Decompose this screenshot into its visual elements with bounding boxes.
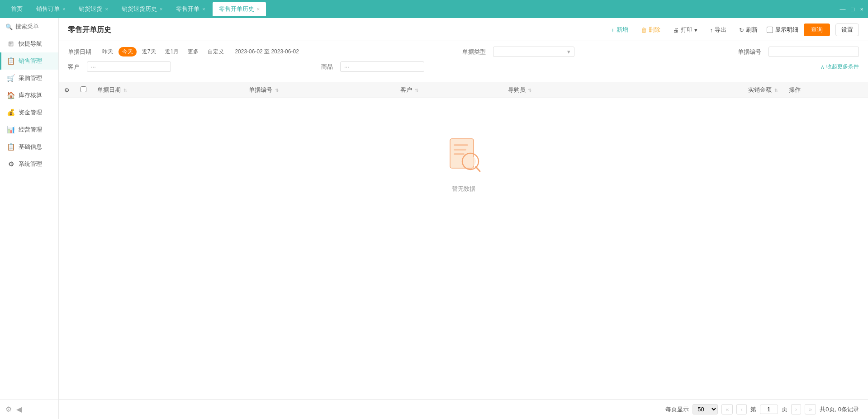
sidebar-search-label: 搜索采单 bbox=[15, 23, 39, 31]
sidebar-collapse-btn[interactable]: ◀ bbox=[16, 405, 22, 414]
sidebar-item-sys-mgmt[interactable]: ⚙ 系统管理 bbox=[0, 155, 58, 173]
tab-sales-return-label: 销货退货 bbox=[79, 5, 102, 13]
date-btn-more[interactable]: 更多 bbox=[184, 47, 202, 56]
sidebar-item-basic-info[interactable]: 📋 基础信息 bbox=[0, 138, 58, 155]
table-area: ⚙ 单据日期 ⇅ 单据编号 ⇅ 客户 bbox=[59, 82, 868, 399]
sidebar-bottom: ⚙ ◀ bbox=[0, 399, 58, 419]
tab-home[interactable]: 首页 bbox=[5, 2, 29, 16]
sidebar-item-purchase-mgmt[interactable]: 🛒 采购管理 bbox=[0, 70, 58, 87]
print-chevron-icon: ▾ bbox=[694, 27, 697, 33]
basic-info-icon: 📋 bbox=[7, 143, 15, 151]
tab-sales-order[interactable]: 销售订单 × bbox=[30, 2, 71, 16]
sidebar-item-inventory[interactable]: 🏠 库存核算 bbox=[0, 87, 58, 104]
next-page-btn[interactable]: › bbox=[791, 404, 801, 414]
customer-input[interactable] bbox=[87, 61, 171, 72]
col-guide-label: 导购员 bbox=[508, 86, 526, 93]
svg-rect-3 bbox=[454, 153, 465, 155]
goods-input[interactable] bbox=[340, 61, 424, 72]
date-btn-yesterday[interactable]: 昨天 bbox=[99, 47, 117, 56]
tab-sales-return-history[interactable]: 销货退货历史 × bbox=[115, 2, 169, 16]
sidebar-item-operation-label: 经营管理 bbox=[19, 126, 42, 134]
delete-button[interactable]: 🗑 删除 bbox=[637, 24, 664, 36]
sidebar-item-inventory-label: 库存核算 bbox=[19, 91, 42, 99]
sidebar-item-sales-mgmt[interactable]: 📋 销售管理 bbox=[0, 52, 58, 70]
doc-type-label: 单据类型 bbox=[462, 48, 486, 56]
date-btn-last1m[interactable]: 近1月 bbox=[161, 47, 183, 56]
date-btn-today[interactable]: 今天 bbox=[119, 47, 137, 56]
sidebar-item-quick-nav-label: 快捷导航 bbox=[19, 40, 42, 48]
col-check[interactable] bbox=[75, 82, 92, 98]
date-label: 单据日期 bbox=[68, 48, 91, 56]
col-date[interactable]: 单据日期 ⇅ bbox=[92, 82, 243, 98]
export-button[interactable]: ↑ 导出 bbox=[707, 24, 730, 36]
doc-type-chevron-icon: ▾ bbox=[567, 48, 570, 55]
col-guide-sort-icon: ⇅ bbox=[528, 88, 531, 93]
close-btn[interactable]: × bbox=[860, 6, 863, 13]
collapse-btn[interactable]: ∧ 收起更多条件 bbox=[821, 63, 859, 71]
sidebar-item-operation[interactable]: 📊 经营管理 bbox=[0, 121, 58, 138]
quick-nav-icon: ⊞ bbox=[7, 40, 15, 48]
sidebar-settings-btn[interactable]: ⚙ bbox=[5, 405, 12, 414]
query-label: 查询 bbox=[811, 26, 823, 34]
window-controls: — □ × bbox=[840, 6, 863, 13]
col-customer[interactable]: 客户 ⇅ bbox=[395, 82, 503, 98]
page-input[interactable] bbox=[760, 405, 778, 414]
col-amount[interactable]: 实销金额 ⇅ bbox=[632, 82, 783, 98]
finance-icon: 💰 bbox=[7, 108, 15, 117]
settings-button[interactable]: 设置 bbox=[835, 24, 859, 36]
date-btn-custom[interactable]: 自定义 bbox=[204, 47, 228, 56]
svg-point-5 bbox=[465, 156, 476, 167]
prev-page-btn[interactable]: ‹ bbox=[736, 404, 746, 414]
tab-retail-open-close[interactable]: × bbox=[202, 6, 205, 12]
tab-retail-open-history[interactable]: 零售开单历史 × bbox=[213, 2, 266, 16]
tab-retail-open-history-close[interactable]: × bbox=[257, 6, 260, 12]
tab-retail-open[interactable]: 零售开单 × bbox=[170, 2, 211, 16]
delete-icon: 🗑 bbox=[641, 27, 647, 33]
refresh-icon: ↻ bbox=[739, 27, 744, 33]
sidebar-item-finance-label: 资金管理 bbox=[19, 108, 42, 117]
sales-mgmt-icon: 📋 bbox=[7, 57, 15, 65]
sys-mgmt-icon: ⚙ bbox=[7, 160, 15, 168]
col-customer-label: 客户 bbox=[400, 86, 412, 93]
svg-rect-1 bbox=[454, 144, 468, 146]
last-page-btn[interactable]: » bbox=[805, 404, 816, 414]
filter-area: 单据日期 昨天 今天 近7天 近1月 更多 自定义 2023-06-02 至 2… bbox=[59, 41, 868, 82]
sidebar-item-basic-info-label: 基础信息 bbox=[19, 143, 42, 151]
col-guide[interactable]: 导购员 ⇅ bbox=[503, 82, 632, 98]
col-customer-sort-icon: ⇅ bbox=[415, 88, 418, 93]
settings-label: 设置 bbox=[841, 26, 853, 34]
pagination: 每页显示 10 20 50 100 « ‹ 第 页 › » 共0页, 0条记录 bbox=[59, 399, 868, 419]
export-label: 导出 bbox=[715, 26, 726, 34]
content-area: 零售开单历史 + 新增 🗑 删除 🖨 打印 ▾ bbox=[59, 18, 868, 419]
sidebar-search[interactable]: 🔍 搜索采单 bbox=[0, 18, 58, 35]
tab-home-label: 首页 bbox=[11, 5, 23, 13]
refresh-button[interactable]: ↻ 刷新 bbox=[735, 24, 761, 36]
date-range: 2023-06-02 至 2023-06-02 bbox=[235, 48, 299, 56]
doc-type-select[interactable]: ▾ bbox=[493, 47, 574, 57]
tab-retail-open-history-label: 零售开单历史 bbox=[219, 5, 254, 13]
doc-no-input[interactable] bbox=[768, 47, 859, 57]
select-all-checkbox[interactable] bbox=[81, 86, 86, 92]
first-page-btn[interactable]: « bbox=[721, 404, 733, 414]
col-amount-label: 实销金额 bbox=[748, 86, 772, 93]
col-no[interactable]: 单据编号 ⇅ bbox=[243, 82, 395, 98]
sidebar-item-quick-nav[interactable]: ⊞ 快捷导航 bbox=[0, 35, 58, 52]
query-button[interactable]: 查询 bbox=[804, 24, 830, 36]
tab-sales-order-close[interactable]: × bbox=[62, 6, 65, 12]
tab-sales-return[interactable]: 销货退货 × bbox=[72, 2, 114, 16]
display-detail-checkbox[interactable] bbox=[767, 27, 773, 33]
sidebar-item-finance[interactable]: 💰 资金管理 bbox=[0, 104, 58, 121]
add-button[interactable]: + 新增 bbox=[607, 24, 632, 36]
col-amount-sort-icon: ⇅ bbox=[774, 88, 778, 93]
empty-illustration bbox=[441, 134, 486, 179]
page-size-select[interactable]: 10 20 50 100 bbox=[693, 404, 718, 414]
col-settings[interactable]: ⚙ bbox=[59, 82, 75, 98]
date-btn-last7[interactable]: 近7天 bbox=[138, 47, 160, 56]
svg-rect-2 bbox=[454, 149, 466, 151]
restore-btn[interactable]: □ bbox=[851, 6, 855, 13]
print-button[interactable]: 🖨 打印 ▾ bbox=[669, 24, 701, 36]
display-detail-toggle[interactable]: 显示明细 bbox=[767, 26, 798, 34]
tab-sales-return-history-close[interactable]: × bbox=[160, 6, 162, 12]
minimize-btn[interactable]: — bbox=[840, 6, 846, 13]
tab-sales-return-close[interactable]: × bbox=[105, 6, 108, 12]
